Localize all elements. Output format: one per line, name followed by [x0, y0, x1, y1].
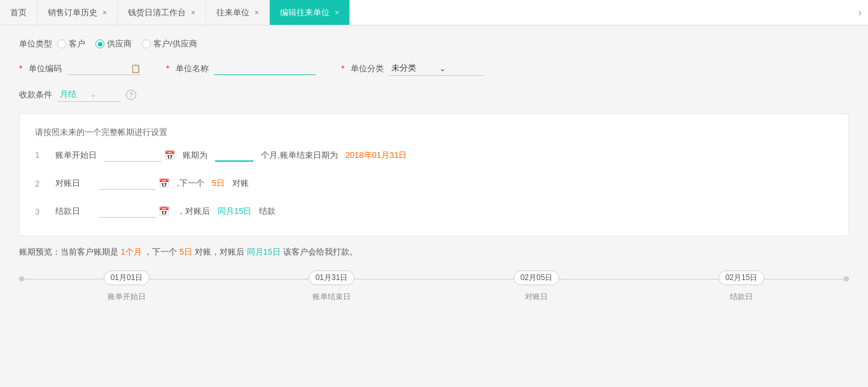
radio-group: 客户 供应商 客户/供应商	[57, 38, 197, 50]
copy-icon[interactable]: 📋	[130, 64, 141, 73]
unit-category-group: * 单位分类 未分类 ⌄	[341, 61, 484, 76]
radio-customer[interactable]: 客户	[57, 38, 85, 50]
radio-both-circle	[142, 39, 151, 48]
unit-category-required: *	[341, 64, 344, 73]
payment-row: 收款条件 月结 ⌄ ?	[19, 87, 849, 102]
unit-category-label: 单位分类	[351, 63, 384, 74]
radio-both[interactable]: 客户/供应商	[142, 38, 197, 50]
period-panel: 请按照未来的一个完整帐期进行设置 1 账单开始日 2018-01-01 📅 账期…	[19, 113, 849, 236]
timeline-point-1: 01月31日 账单结束日	[229, 271, 434, 302]
period-row-3-highlight: 同月15日	[218, 206, 251, 217]
period-row-1-num: 1	[35, 150, 48, 160]
unit-type-row: 单位类型 客户 供应商 客户/供应商	[19, 38, 849, 50]
preview-payment-day: 同月15日	[247, 247, 281, 257]
unit-code-input-wrapper: 000001 📋	[67, 62, 141, 75]
period-row-3-calendar-icon[interactable]: 📅	[158, 206, 169, 216]
timeline-label-1: 账单结束日	[312, 292, 351, 302]
period-row-1-prefix: 账期为	[183, 150, 207, 161]
period-row-2-prefix: ,下一个	[177, 178, 204, 189]
payment-dropdown[interactable]: 月结 ⌄	[57, 87, 121, 102]
period-row-3-date-input[interactable]: 2018-02-15	[99, 205, 156, 218]
period-row-1-calendar-icon[interactable]: 📅	[164, 150, 175, 160]
timeline-badge-1: 01月31日	[309, 271, 355, 285]
payment-label: 收款条件	[19, 89, 52, 101]
unit-code-group: * 单位编码 000001 📋	[19, 62, 141, 75]
timeline-badge-3: 02月15日	[718, 271, 765, 285]
help-icon[interactable]: ?	[126, 90, 136, 100]
tab-partner-close[interactable]: ×	[255, 8, 259, 17]
period-row-1-date-group: 2018-01-01 📅	[104, 149, 175, 162]
timeline-point-2: 02月05日 对账日	[434, 271, 639, 302]
period-row-3-prefix: ，对账后	[177, 206, 210, 217]
period-row-2-suffix: 对账	[232, 178, 249, 189]
unit-code-required: *	[19, 64, 22, 73]
payment-group: 收款条件 月结 ⌄ ?	[19, 87, 136, 102]
radio-supplier[interactable]: 供应商	[95, 38, 132, 50]
period-row-2: 2 对账日 2018-02-05 📅 ,下一个 5日 对账	[35, 177, 833, 190]
period-row-2-date-group: 2018-02-05 📅	[99, 177, 169, 190]
period-row-3-suffix: 结款	[259, 206, 276, 217]
unit-type-group: 单位类型 客户 供应商 客户/供应商	[19, 38, 197, 50]
timeline-label-0: 账单开始日	[108, 292, 146, 302]
tab-sales-history-close[interactable]: ×	[102, 8, 107, 17]
unit-type-label: 单位类型	[19, 38, 52, 50]
radio-supplier-circle	[95, 39, 104, 48]
timeline-points: 01月01日 账单开始日 01月31日 账单结束日 02月05日 对账日 02月…	[19, 271, 849, 302]
tab-cash-work[interactable]: 钱货日清工作台 ×	[118, 0, 206, 25]
period-row-1-highlight-date: 2018年01月31日	[346, 150, 407, 161]
timeline-badge-0: 01月01日	[104, 271, 150, 285]
period-row-1-suffix: 个月,账单结束日期为	[261, 150, 338, 161]
period-row-1: 1 账单开始日 2018-01-01 📅 账期为 1 个月,账单结束日期为 20…	[35, 148, 833, 162]
unit-name-input[interactable]: 河南供应商22	[214, 62, 316, 75]
unit-name-required: *	[166, 64, 169, 73]
unit-name-group: * 单位名称 河南供应商22	[166, 62, 316, 75]
unit-category-chevron-icon: ⌄	[439, 64, 482, 73]
period-row-2-date-input[interactable]: 2018-02-05	[99, 177, 156, 190]
period-row-3: 3 结款日 2018-02-15 📅 ，对账后 同月15日 结款	[35, 205, 833, 218]
period-row-1-label: 账单开始日	[55, 150, 97, 161]
tab-home[interactable]: 首页	[0, 0, 38, 25]
tab-edit-partner[interactable]: 编辑往来单位 ×	[270, 0, 350, 25]
preview-months: 1个月	[121, 247, 142, 257]
tab-sales-history[interactable]: 销售订单历史 ×	[38, 0, 118, 25]
timeline: 01月01日 账单开始日 01月31日 账单结束日 02月05日 对账日 02月…	[19, 271, 849, 302]
unit-code-label: 单位编码	[29, 63, 62, 74]
timeline-point-3: 02月15日 结款日	[639, 271, 844, 302]
timeline-start-dot	[19, 276, 24, 281]
panel-hint: 请按照未来的一个完整帐期进行设置	[35, 127, 833, 138]
preview-day: 5日	[179, 247, 192, 257]
period-row-2-num: 2	[35, 179, 48, 188]
tabs-bar: 首页 销售订单历史 × 钱货日清工作台 × 往来单位 × 编辑往来单位 × ›	[0, 0, 868, 25]
timeline-label-3: 结款日	[730, 292, 753, 302]
tab-nav-arrow[interactable]: ›	[852, 7, 868, 18]
timeline-end-dot	[844, 276, 849, 281]
period-row-1-date-input[interactable]: 2018-01-01	[104, 149, 162, 162]
timeline-point-0: 01月01日 账单开始日	[24, 271, 229, 302]
payment-chevron-icon: ⌄	[90, 90, 118, 99]
timeline-badge-2: 02月05日	[514, 271, 560, 285]
preview-text: 账期预览：当前客户账期是 1个月 ，下一个 5日 对账，对账后 同月15日 该客…	[19, 246, 849, 258]
unit-code-input[interactable]: 000001	[67, 62, 130, 74]
unit-fields-row: * 单位编码 000001 📋 * 单位名称 河南供应商22 * 单位分类 未分…	[19, 61, 849, 76]
unit-name-label: 单位名称	[176, 63, 209, 74]
unit-category-dropdown[interactable]: 未分类 ⌄	[389, 61, 484, 76]
period-row-2-label: 对账日	[55, 178, 91, 189]
page-content: 单位类型 客户 供应商 客户/供应商 * 单位编码	[0, 25, 868, 387]
period-months-input[interactable]: 1	[215, 148, 253, 162]
period-row-2-calendar-icon[interactable]: 📅	[158, 178, 169, 188]
period-row-3-label: 结款日	[55, 206, 91, 217]
tab-partner[interactable]: 往来单位 ×	[206, 0, 270, 25]
timeline-label-2: 对账日	[525, 292, 548, 302]
period-row-3-date-group: 2018-02-15 📅	[99, 205, 169, 218]
tab-cash-work-close[interactable]: ×	[191, 8, 195, 17]
period-row-3-num: 3	[35, 207, 48, 216]
tab-edit-partner-close[interactable]: ×	[335, 8, 339, 17]
period-row-2-highlight: 5日	[212, 178, 225, 189]
radio-customer-circle	[57, 39, 66, 48]
